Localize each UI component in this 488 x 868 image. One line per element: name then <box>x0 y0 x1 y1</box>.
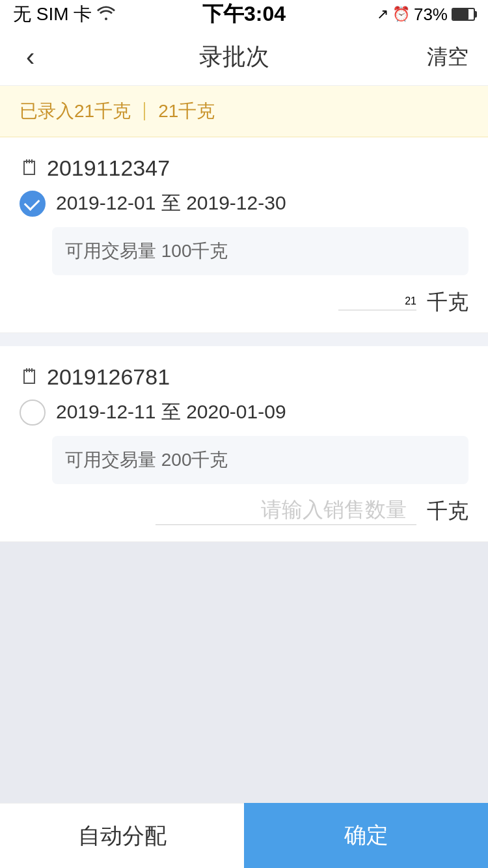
info-bar: 已录入21千克 21千克 <box>0 86 488 137</box>
batch1-number: 2019112347 <box>47 156 170 181</box>
info-divider <box>144 102 145 120</box>
batch2-header: 🗒 2019126781 <box>0 346 488 390</box>
batch1-unit: 千克 <box>427 288 468 317</box>
wifi-icon <box>97 4 115 25</box>
batch2-date-row[interactable]: 2019-12-11 至 2020-01-09 <box>0 390 488 426</box>
bottom-buttons: 自动分配 确定 <box>0 803 488 868</box>
batch1-radio[interactable] <box>20 191 46 217</box>
nav-bar: ‹ 录批次 清空 <box>0 29 488 86</box>
batch2-unit: 千克 <box>427 497 468 526</box>
battery-icon <box>452 8 475 21</box>
batch2-number: 2019126781 <box>47 364 170 390</box>
status-bar: 无 SIM 卡 下午3:04 ↗ ⏰ 73% <box>0 0 488 29</box>
alarm-icon: ⏰ <box>392 6 410 23</box>
status-time: 下午3:04 <box>202 0 286 29</box>
auto-distribute-button[interactable]: 自动分配 <box>0 803 244 868</box>
batch1-avail-text: 可用交易量 100千克 <box>65 241 228 261</box>
batch2-avail: 可用交易量 200千克 <box>52 436 468 484</box>
battery-text: 73% <box>414 5 448 25</box>
batch1-quantity-value: 21 <box>338 295 416 310</box>
batch1-quantity-number: 21 <box>405 295 416 306</box>
recorded-amount: 已录入21千克 <box>20 99 131 124</box>
batch1-quantity-row: 21 千克 <box>0 275 488 333</box>
confirm-button[interactable]: 确定 <box>244 803 488 868</box>
batch2-date: 2019-12-11 至 2020-01-09 <box>56 399 286 426</box>
carrier-text: 无 SIM 卡 <box>13 2 92 27</box>
status-right: ↗ ⏰ 73% <box>377 5 475 25</box>
batch2-quantity-input[interactable] <box>156 498 416 525</box>
batch2-radio[interactable] <box>20 400 46 426</box>
batch2-icon: 🗒 <box>20 365 40 389</box>
empty-area <box>0 542 488 803</box>
batch2-input-row: 千克 <box>0 484 488 542</box>
batch1-date-row[interactable]: 2019-12-01 至 2019-12-30 <box>0 181 488 217</box>
batch-item-1: 🗒 2019112347 2019-12-01 至 2019-12-30 可用交… <box>0 137 488 333</box>
section-divider-1 <box>0 333 488 346</box>
batch2-avail-text: 可用交易量 200千克 <box>65 450 228 470</box>
location-icon: ↗ <box>377 6 388 23</box>
total-amount: 21千克 <box>158 99 215 124</box>
batch1-icon: 🗒 <box>20 156 40 180</box>
status-left: 无 SIM 卡 <box>13 2 115 27</box>
batch1-avail: 可用交易量 100千克 <box>52 227 468 275</box>
batch-item-2: 🗒 2019126781 2019-12-11 至 2020-01-09 可用交… <box>0 346 488 542</box>
batch1-date: 2019-12-01 至 2019-12-30 <box>56 190 286 217</box>
batch1-header: 🗒 2019112347 <box>0 137 488 181</box>
clear-button[interactable]: 清空 <box>427 43 468 72</box>
back-button[interactable]: ‹ <box>20 36 41 78</box>
page-title: 录批次 <box>199 41 269 73</box>
